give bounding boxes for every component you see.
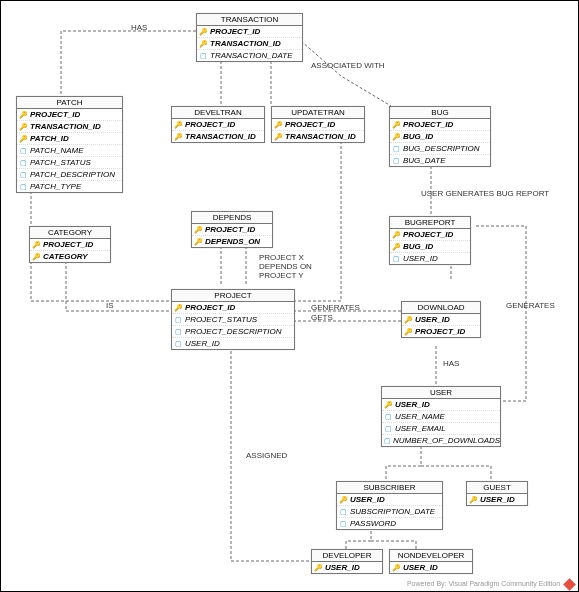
attribute-row: ▢SUBSCRIPTION_DATE (337, 506, 442, 518)
label-is: IS (106, 301, 114, 310)
entity-subscriber[interactable]: SUBSCRIBER🔑USER_ID▢SUBSCRIPTION_DATE▢PAS… (336, 481, 443, 530)
key-icon: 🔑 (392, 563, 401, 572)
key-icon: 🔑 (274, 132, 283, 141)
attribute-row: 🔑TRANSACTION_ID (197, 38, 302, 50)
entity-title: DEPENDS (192, 212, 272, 224)
label-generates: GENERATES (311, 303, 360, 312)
key-icon: 🔑 (469, 495, 478, 504)
attribute-row: ▢PROJECT_DESCRIPTION (172, 326, 294, 338)
entity-user[interactable]: USER🔑USER_ID▢USER_NAME▢USER_EMAIL▢NUMBER… (381, 386, 501, 447)
attribute-name: PATCH_STATUS (30, 157, 91, 168)
key-icon: 🔑 (19, 110, 28, 119)
column-icon: ▢ (384, 412, 393, 421)
key-icon: 🔑 (174, 132, 183, 141)
entity-guest[interactable]: GUEST🔑USER_ID (466, 481, 528, 506)
key-icon: 🔑 (392, 120, 401, 129)
column-icon: ▢ (174, 315, 183, 324)
label-gets: GETS (311, 313, 333, 322)
attribute-name: BUG_ID (403, 131, 433, 142)
attribute-row: ▢NUMBER_OF_DOWNLOADS (382, 435, 500, 446)
column-icon: ▢ (384, 424, 393, 433)
key-icon: 🔑 (19, 134, 28, 143)
key-icon: 🔑 (174, 303, 183, 312)
attribute-name: PROJECT_ID (43, 239, 93, 250)
entity-title: CATEGORY (30, 227, 110, 239)
attribute-row: ▢PROJECT_STATUS (172, 314, 294, 326)
attribute-row: 🔑TRANSACTION_ID (272, 131, 364, 142)
entity-depends[interactable]: DEPENDS🔑PROJECT_ID🔑DEPENDS_ON (191, 211, 273, 248)
attribute-name: USER_ID (403, 562, 438, 573)
attribute-row: 🔑TRANSACTION_ID (172, 131, 264, 142)
entity-project[interactable]: PROJECT🔑PROJECT_ID▢PROJECT_STATUS▢PROJEC… (171, 289, 295, 350)
attribute-row: 🔑USER_ID (390, 562, 472, 573)
attribute-name: PROJECT_STATUS (185, 314, 257, 325)
entity-developer[interactable]: DEVELOPER🔑USER_ID (311, 549, 383, 574)
entity-nondeveloper[interactable]: NONDEVELOPER🔑USER_ID (389, 549, 473, 574)
attribute-name: USER_ID (415, 314, 450, 325)
attribute-name: USER_ID (395, 399, 430, 410)
attribute-row: 🔑PROJECT_ID (390, 229, 470, 241)
attribute-row: 🔑PROJECT_ID (17, 109, 122, 121)
key-icon: 🔑 (199, 39, 208, 48)
key-icon: 🔑 (339, 495, 348, 504)
attribute-name: USER_ID (480, 494, 515, 505)
entity-category[interactable]: CATEGORY🔑PROJECT_ID🔑CATEGORY (29, 226, 111, 263)
entity-patch[interactable]: PATCH🔑PROJECT_ID🔑TRANSACTION_ID🔑PATCH_ID… (16, 96, 123, 193)
attribute-row: 🔑PROJECT_ID (272, 119, 364, 131)
attribute-row: ▢USER_EMAIL (382, 423, 500, 435)
attribute-name: USER_ID (403, 253, 438, 264)
entity-updatetran[interactable]: UPDATETRAN🔑PROJECT_ID🔑TRANSACTION_ID (271, 106, 365, 143)
attribute-name: PATCH_TYPE (30, 181, 81, 192)
entity-title: SUBSCRIBER (337, 482, 442, 494)
label-generates2: GENERATES (506, 301, 555, 310)
attribute-name: USER_ID (350, 494, 385, 505)
attribute-name: PROJECT_ID (415, 326, 465, 337)
attribute-name: PASSWORD (350, 518, 396, 529)
entity-title: TRANSACTION (197, 14, 302, 26)
entity-title: UPDATETRAN (272, 107, 364, 119)
attribute-name: USER_NAME (395, 411, 445, 422)
key-icon: 🔑 (32, 252, 41, 261)
attribute-row: 🔑USER_ID (402, 314, 480, 326)
column-icon: ▢ (339, 519, 348, 528)
attribute-name: PROJECT_ID (205, 224, 255, 235)
entity-title: BUGREPORT (390, 217, 470, 229)
entity-title: DEVELTRAN (172, 107, 264, 119)
column-icon: ▢ (174, 327, 183, 336)
entity-bug[interactable]: BUG🔑PROJECT_ID🔑BUG_ID▢BUG_DESCRIPTION▢BU… (389, 106, 491, 167)
key-icon: 🔑 (392, 242, 401, 251)
key-icon: 🔑 (194, 225, 203, 234)
column-icon: ▢ (392, 144, 401, 153)
attribute-name: BUG_DATE (403, 155, 446, 166)
entity-develtran[interactable]: DEVELTRAN🔑PROJECT_ID🔑TRANSACTION_ID (171, 106, 265, 143)
entity-title: GUEST (467, 482, 527, 494)
label-assigned: ASSIGNED (246, 451, 287, 460)
attribute-name: USER_ID (325, 562, 360, 573)
entity-title: DOWNLOAD (402, 302, 480, 314)
watermark-text: Powered By: Visual Paradigm Community Ed… (407, 580, 560, 587)
column-icon: ▢ (19, 158, 28, 167)
attribute-row: 🔑USER_ID (467, 494, 527, 505)
attribute-name: PROJECT_ID (403, 229, 453, 240)
entity-transaction[interactable]: TRANSACTION🔑PROJECT_ID🔑TRANSACTION_ID▢TR… (196, 13, 303, 62)
attribute-row: 🔑TRANSACTION_ID (17, 121, 122, 133)
key-icon: 🔑 (404, 315, 413, 324)
attribute-row: ▢PATCH_TYPE (17, 181, 122, 192)
attribute-name: TRANSACTION_ID (30, 121, 101, 132)
column-icon: ▢ (174, 339, 183, 348)
attribute-name: PATCH_NAME (30, 145, 84, 156)
label-associated: ASSOCIATED WITH (311, 61, 385, 70)
attribute-row: 🔑USER_ID (337, 494, 442, 506)
entity-bugreport[interactable]: BUGREPORT🔑PROJECT_ID🔑BUG_ID▢USER_ID (389, 216, 471, 265)
column-icon: ▢ (19, 146, 28, 155)
entity-title: BUG (390, 107, 490, 119)
attribute-row: 🔑USER_ID (382, 399, 500, 411)
attribute-row: 🔑PROJECT_ID (172, 302, 294, 314)
attribute-row: 🔑BUG_ID (390, 131, 490, 143)
key-icon: 🔑 (392, 132, 401, 141)
attribute-row: 🔑BUG_ID (390, 241, 470, 253)
column-icon: ▢ (199, 51, 208, 60)
entity-download[interactable]: DOWNLOAD🔑USER_ID🔑PROJECT_ID (401, 301, 481, 338)
entity-title: PATCH (17, 97, 122, 109)
attribute-name: PATCH_DESCRIPTION (30, 169, 115, 180)
